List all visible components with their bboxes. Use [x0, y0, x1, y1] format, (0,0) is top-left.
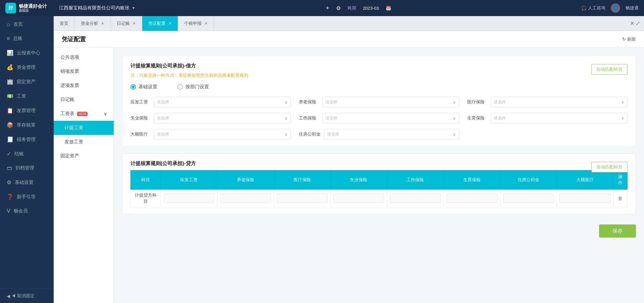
maximize-icon[interactable]: ⤢ [636, 20, 640, 27]
tab-journal[interactable]: 日记账 ✕ [111, 16, 142, 31]
maternity-placeholder: 请选择 [494, 115, 506, 121]
big-medical-select[interactable]: 请选择 ∨ [154, 129, 291, 140]
input-injury[interactable] [390, 194, 441, 203]
tab-funds-analysis[interactable]: 资金分析 ✕ [75, 16, 111, 31]
input-pension[interactable] [220, 194, 271, 203]
tab-bar: 首页 资金分析 ✕ 日记账 ✕ 凭证配置 ✕ 个税申报 ✕ ✕ ⤢ [54, 16, 644, 31]
injury-placeholder: 请选择 [325, 115, 337, 121]
company-selector[interactable]: 江西服宝精品有限责任公司内账张 ▼ [59, 5, 136, 11]
sidebar-item-invoice[interactable]: 📋 发票管理 [0, 103, 54, 118]
input-housing[interactable] [503, 194, 554, 203]
close-all-icon[interactable]: ✕ [630, 20, 634, 27]
nav-fixed-assets-label: 固定资产 [60, 153, 79, 159]
col-gross: 应发工资 [161, 170, 217, 190]
col-medical: 医疗保险 [274, 170, 330, 190]
nav-public-options[interactable]: 公共选项 [54, 50, 114, 64]
nav-journal-label: 日记账 [60, 97, 74, 103]
sidebar-item-basesettings[interactable]: ⚙ 基础设置 [0, 175, 54, 190]
debit-auto-match-button[interactable]: 自动匹配科目 [591, 64, 628, 75]
col-unemployment: 失业保险 [330, 170, 387, 190]
cell-unemployment [330, 190, 387, 207]
pension-placeholder: 请选择 [325, 99, 337, 105]
unemployment-select[interactable]: 请选择 ∨ [154, 113, 291, 123]
sidebar-item-reports[interactable]: 📊 云报表中心 [0, 46, 54, 60]
tab-voucher-close[interactable]: ✕ [168, 21, 172, 26]
credit-auto-match-button[interactable]: 自动匹配科目 [591, 162, 628, 172]
sidebar-item-guide[interactable]: ❓ 新手引导 [0, 190, 54, 204]
unemployment-label: 失业保险 [130, 115, 151, 121]
nav-pay-salary[interactable]: 发放工资 [54, 135, 114, 149]
tab-home-label: 首页 [60, 20, 68, 27]
input-unemployment[interactable] [333, 194, 384, 203]
radio-basic-label: 基础设置 [139, 84, 157, 90]
input-gross[interactable] [164, 194, 215, 203]
tab-tax-report[interactable]: 个税申报 ✕ [178, 16, 214, 31]
save-button[interactable]: 保存 [599, 224, 636, 238]
sidebar-item-vip[interactable]: V 畅会员 [0, 204, 54, 218]
basesettings-icon: ⚙ [7, 179, 11, 186]
maternity-select[interactable]: 请选择 ∨ [491, 113, 628, 123]
top-bar-right: 🎧 人工咨询 👤 畅捷通 [581, 3, 639, 13]
medical-select[interactable]: 请选择 ∨ [491, 97, 628, 107]
pension-chevron: ∨ [453, 100, 456, 105]
nav-purchase-invoice[interactable]: 进项发票 [54, 79, 114, 93]
nav-sales-invoice[interactable]: 销项发票 [54, 64, 114, 79]
tab-funds-close[interactable]: ✕ [101, 21, 104, 26]
sidebar-item-inventory[interactable]: 📦 库存核算 [0, 118, 54, 132]
settings-icon[interactable]: ⚙ [336, 5, 341, 11]
tab-voucher-config[interactable]: 凭证配置 ✕ [142, 16, 178, 31]
avatar[interactable]: 👤 [611, 3, 620, 13]
nav-journal[interactable]: 日记账 [54, 93, 114, 107]
field-unemployment: 失业保险 请选择 ∨ [130, 113, 291, 123]
settle-icon: ✓ [7, 151, 11, 157]
period-value[interactable]: 2023-03 [363, 6, 379, 11]
credit-table: 科目 应发工资 养老保险 医疗保险 失业保险 工伤保险 生育保险 住房公积金 大… [130, 170, 628, 207]
sidebar-item-funds[interactable]: 💰 资金管理 [0, 60, 54, 74]
sidebar-item-archive[interactable]: 🗃 归档管理 [0, 161, 54, 175]
cell-pension [217, 190, 274, 207]
nav-fixed-assets[interactable]: 固定资产 [54, 149, 114, 163]
sidebar-item-ledger[interactable]: ≡ 总账 [0, 32, 54, 46]
radio-dept-label: 按部门设置 [185, 84, 209, 90]
injury-select[interactable]: 请选择 ∨ [322, 113, 459, 123]
archive-icon: 🗃 [7, 165, 12, 171]
pension-select[interactable]: 请选择 ∨ [322, 97, 459, 107]
sidebar-item-assets[interactable]: 🏢 固定资产 [0, 74, 54, 89]
input-medical[interactable] [277, 194, 328, 203]
big-medical-chevron: ∨ [284, 132, 288, 137]
tab-tax-close[interactable]: ✕ [204, 21, 208, 26]
sidebar-unpin-button[interactable]: ◀ ◀ 取消固定 [0, 289, 54, 303]
add-tab-button[interactable]: + [326, 5, 329, 12]
col-action: 操作 [613, 170, 627, 190]
col-injury: 工伤保险 [387, 170, 444, 190]
calendar-icon[interactable]: 📅 [386, 6, 391, 11]
gross-salary-select[interactable]: 请选择 ∨ [154, 97, 291, 107]
nav-accrue-salary[interactable]: 计提工资 [54, 121, 114, 135]
inventory-icon: 📦 [7, 122, 13, 128]
save-container: 保存 [122, 221, 636, 248]
refresh-button[interactable]: ↻ 刷新 [622, 36, 636, 42]
radio-basic-circle [130, 84, 136, 90]
housing-fund-select[interactable]: 请选择 ∨ [324, 129, 459, 140]
support-label[interactable]: 🎧 人工咨询 [581, 5, 605, 11]
left-nav: 公共选项 销项发票 进项发票 日记账 工资表 NEW ∨ [54, 48, 114, 303]
home-icon: ⌂ [7, 21, 10, 28]
pension-label: 养老保险 [299, 99, 319, 105]
sidebar-item-home[interactable]: ⌂ 首页 [0, 17, 54, 32]
input-maternity[interactable] [446, 194, 497, 203]
sidebar-item-tax[interactable]: 🧾 税务管理 [0, 132, 54, 147]
delete-row-button[interactable]: 🗑 [618, 196, 623, 201]
tab-journal-close[interactable]: ✕ [132, 21, 136, 26]
sidebar-item-salary[interactable]: 💵 工资 [0, 89, 54, 103]
input-big-medical[interactable] [559, 194, 610, 203]
sidebar-item-settle[interactable]: ✓ 结账 [0, 147, 54, 161]
radio-basic[interactable]: 基础设置 [130, 84, 157, 90]
radio-dept[interactable]: 按部门设置 [177, 84, 209, 90]
medical-label: 医疗保险 [467, 99, 487, 105]
housing-fund-label: 住房公积金 [299, 131, 321, 137]
medical-chevron: ∨ [621, 100, 625, 105]
gross-salary-label: 应发工资 [130, 99, 151, 105]
cell-gross [161, 190, 217, 207]
tab-home[interactable]: 首页 [54, 16, 75, 31]
nav-payroll-table[interactable]: 工资表 NEW ∨ [54, 107, 114, 121]
